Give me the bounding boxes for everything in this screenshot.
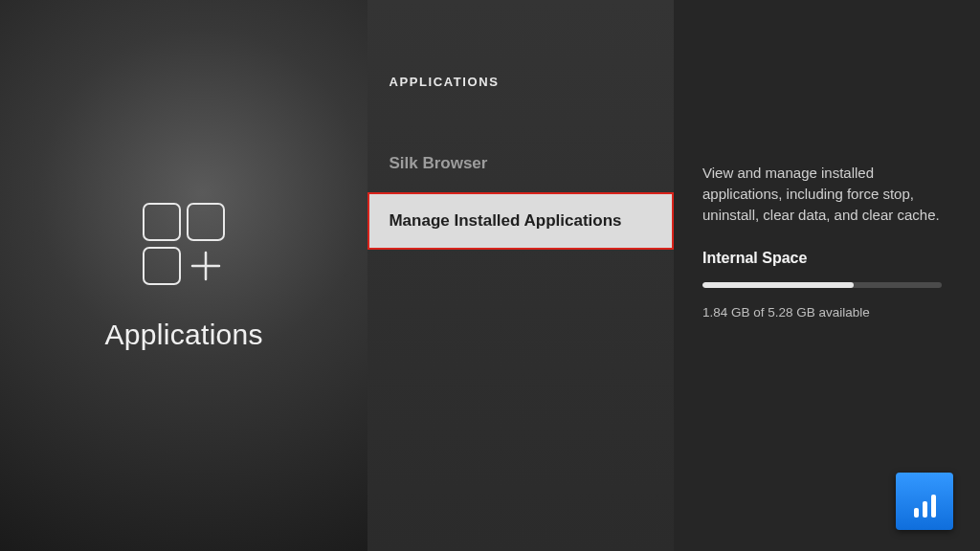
menu-panel: APPLICATIONS Silk Browser Manage Install…	[368, 0, 674, 551]
plus-icon	[187, 247, 225, 285]
settings-applications-screen: Applications APPLICATIONS Silk Browser M…	[0, 0, 980, 551]
stats-tile[interactable]	[896, 473, 953, 530]
menu-item-manage-installed-applications[interactable]: Manage Installed Applications	[368, 192, 674, 250]
storage-available-text: 1.84 GB of 5.28 GB available	[702, 305, 942, 320]
left-panel-title: Applications	[105, 319, 263, 351]
storage-progress-bar	[702, 282, 942, 288]
app-icon-square	[187, 203, 225, 241]
bar-chart-icon	[914, 495, 936, 518]
app-icon-square	[143, 203, 181, 241]
storage-label: Internal Space	[702, 250, 942, 267]
storage-progress-fill	[702, 282, 854, 288]
menu-header: APPLICATIONS	[368, 75, 674, 89]
app-icon-square	[143, 247, 181, 285]
detail-panel: View and manage installed applications, …	[674, 0, 980, 551]
menu-item-silk-browser[interactable]: Silk Browser	[368, 135, 674, 192]
applications-icon	[140, 200, 228, 288]
left-panel: Applications	[0, 0, 368, 551]
detail-description: View and manage installed applications, …	[702, 163, 942, 225]
